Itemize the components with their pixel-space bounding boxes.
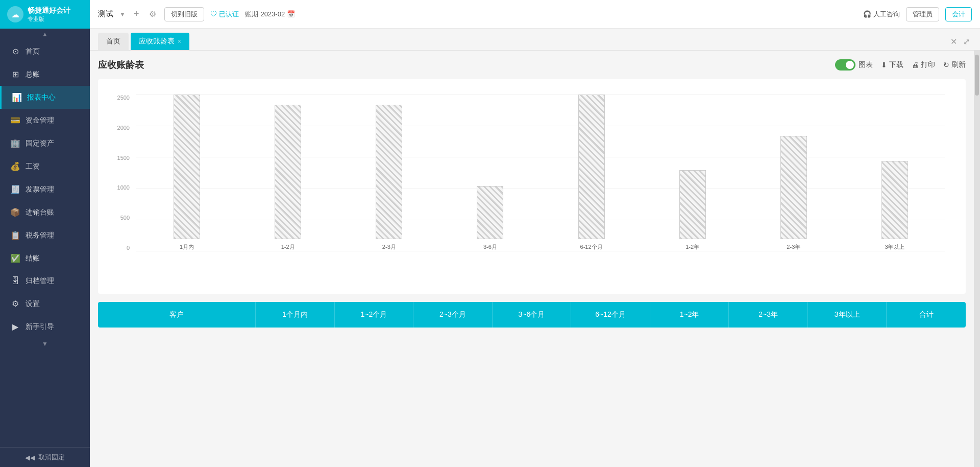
sidebar-item-assets[interactable]: 🏢 固定资产: [0, 132, 90, 155]
funds-icon: 💳: [10, 115, 20, 125]
grid-lines: [136, 95, 945, 251]
headset-icon: 🎧: [863, 10, 871, 18]
assets-icon: 🏢: [10, 138, 20, 148]
col-header-customer: 客户: [98, 302, 256, 328]
invoice-icon: 🧾: [10, 184, 20, 194]
bar-2-3month: [376, 105, 402, 239]
sidebar-item-label: 发票管理: [26, 185, 54, 194]
sidebar-item-label: 归档管理: [26, 276, 54, 286]
page-header: 应收账龄表 图表 ⬇ 下载 🖨 打印 ↻: [98, 59, 966, 71]
bar-2-3year: [780, 136, 807, 239]
sidebar: ☁ 畅捷通好会计 专业版 ▲ ⊙ 首页 ⊞ 总账 📊 报表中心 💳 资金管理 🏢…: [0, 0, 90, 467]
print-btn[interactable]: 🖨 打印: [912, 60, 935, 69]
tabbar: 首页 应收账龄表 × ✕ ⤢: [90, 29, 980, 51]
bar-1-2month: [275, 105, 301, 239]
vertical-scrollbar-track[interactable]: [974, 51, 980, 467]
chart-toggle[interactable]: [835, 59, 855, 71]
payroll-icon: 💰: [10, 161, 20, 171]
print-icon: 🖨: [912, 61, 919, 69]
accounting-role-btn[interactable]: 会计: [945, 7, 972, 21]
sidebar-item-label: 资金管理: [26, 116, 54, 125]
logo-icon: ☁: [7, 6, 23, 22]
app-edition: 专业版: [28, 15, 70, 23]
download-label: 下载: [889, 60, 903, 69]
bar-1month: [174, 95, 200, 239]
scroll-up-arrow[interactable]: ▲: [0, 29, 90, 40]
sidebar-item-label: 新手引导: [26, 322, 54, 332]
download-btn[interactable]: ⬇ 下载: [881, 60, 903, 69]
col-header-total: 合计: [887, 302, 966, 328]
consult-label: 人工咨询: [873, 10, 900, 19]
sidebar-item-ledger[interactable]: ⊞ 总账: [0, 63, 90, 86]
sidebar-item-checkout[interactable]: ✅ 结账: [0, 247, 90, 270]
sidebar-item-label: 设置: [26, 299, 40, 309]
app-name: 畅捷通好会计: [28, 6, 70, 15]
col-header-2-3month: 2~3个月: [413, 302, 493, 328]
tab-close-icon[interactable]: ×: [178, 38, 181, 45]
stock-icon: 📦: [10, 207, 20, 217]
sidebar-item-funds[interactable]: 💳 资金管理: [0, 109, 90, 132]
sidebar-item-guide[interactable]: ▶ 新手引导: [0, 315, 90, 338]
tab-ar-aging[interactable]: 应收账龄表 ×: [131, 33, 189, 50]
certified-label: 已认证: [219, 10, 239, 19]
sidebar-item-tax[interactable]: 📋 税务管理: [0, 224, 90, 247]
y-label-500: 500: [120, 215, 130, 221]
refresh-label: 刷新: [951, 60, 966, 69]
sidebar-item-invoice[interactable]: 🧾 发票管理: [0, 178, 90, 201]
checkout-icon: ✅: [10, 253, 20, 263]
add-workspace-btn[interactable]: +: [132, 9, 141, 19]
col-header-2-3year: 2~3年: [729, 302, 808, 328]
cancel-fixed-btn[interactable]: ◀◀ 取消固定: [0, 447, 90, 467]
scroll-down-arrow[interactable]: ▼: [0, 338, 90, 349]
refresh-btn[interactable]: ↻ 刷新: [943, 60, 966, 69]
chart-toggle-container: 图表: [835, 59, 873, 71]
shield-icon: 🛡: [210, 10, 217, 18]
content-area: 应收账龄表 图表 ⬇ 下载 🖨 打印 ↻: [90, 51, 974, 467]
y-label-1000: 1000: [117, 184, 130, 191]
tax-icon: 📋: [10, 230, 20, 240]
workspace-dropdown-icon[interactable]: ▼: [119, 11, 126, 18]
refresh-icon: ↻: [943, 61, 949, 69]
app-logo[interactable]: ☁ 畅捷通好会计 专业版: [0, 0, 90, 29]
home-icon: ⊙: [10, 46, 20, 56]
col-header-3-6month: 3~6个月: [493, 302, 572, 328]
consult-btn[interactable]: 🎧 人工咨询: [863, 10, 900, 19]
download-icon: ⬇: [881, 61, 887, 69]
y-label-2500: 2500: [117, 95, 130, 101]
sidebar-item-label: 工资: [26, 162, 40, 171]
tab-home-label: 首页: [106, 37, 120, 46]
tab-ar-aging-label: 应收账龄表: [139, 37, 175, 46]
reports-icon: 📊: [12, 92, 22, 102]
sidebar-item-label: 报表中心: [27, 93, 56, 102]
period-label: 账期: [245, 10, 258, 19]
workspace-name: 测试: [98, 9, 113, 19]
sidebar-item-label: 固定资产: [26, 139, 54, 148]
sidebar-item-archive[interactable]: 🗄 归档管理: [0, 270, 90, 292]
vertical-scrollbar-thumb[interactable]: [975, 55, 979, 96]
certified-badge: 🛡 已认证: [210, 10, 239, 19]
sidebar-item-reports[interactable]: 📊 报表中心: [0, 86, 90, 109]
close-all-tabs-btn[interactable]: ✕: [948, 35, 959, 49]
settings-icon: ⚙: [10, 299, 20, 309]
sidebar-item-stock[interactable]: 📦 进销台账: [0, 201, 90, 224]
y-label-0: 0: [127, 245, 130, 251]
page-actions: 图表 ⬇ 下载 🖨 打印 ↻ 刷新: [835, 59, 966, 71]
sidebar-item-label: 结账: [26, 254, 40, 263]
calendar-icon[interactable]: 📅: [287, 10, 295, 18]
sidebar-item-payroll[interactable]: 💰 工资: [0, 155, 90, 178]
col-header-1month: 1个月内: [256, 302, 335, 328]
bar-chart: 0 500 1000 1500 2000 2500: [108, 89, 955, 273]
expand-tabs-btn[interactable]: ⤢: [961, 35, 972, 49]
sidebar-item-label: 进销台账: [26, 208, 54, 217]
sidebar-item-settings[interactable]: ⚙ 设置: [0, 292, 90, 315]
workspace-settings-btn[interactable]: ⚙: [147, 9, 158, 19]
switch-old-version-btn[interactable]: 切到旧版: [164, 7, 204, 21]
guide-icon: ▶: [10, 322, 20, 332]
sidebar-nav: ▲ ⊙ 首页 ⊞ 总账 📊 报表中心 💳 资金管理 🏢 固定资产 💰 工资 🧾 …: [0, 29, 90, 447]
sidebar-item-home[interactable]: ⊙ 首页: [0, 40, 90, 63]
col-header-6-12month: 6~12个月: [571, 302, 650, 328]
user-btn[interactable]: 管理员: [906, 7, 939, 21]
tab-home[interactable]: 首页: [98, 33, 129, 50]
accounting-period: 账期 2023-02 📅: [245, 10, 295, 19]
bar-3year-plus: [881, 161, 908, 239]
